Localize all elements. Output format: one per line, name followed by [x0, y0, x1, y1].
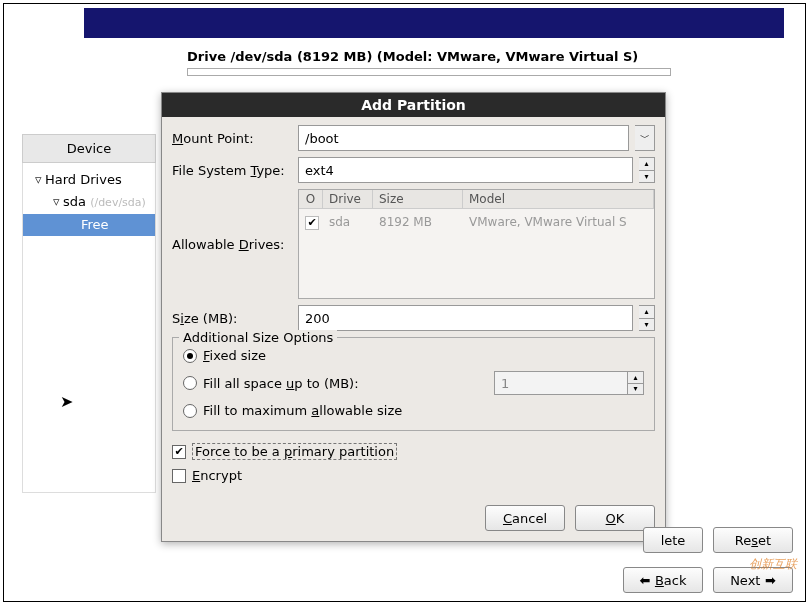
- additional-size-options: Additional Size Options Fixed size Fill …: [172, 337, 655, 431]
- fs-type-spin[interactable]: ▴▾: [639, 157, 655, 183]
- radio-icon: [183, 349, 197, 363]
- drive-row-checkbox[interactable]: [305, 216, 319, 230]
- back-button[interactable]: ⬅ Back: [623, 567, 703, 593]
- mount-point-label: Mount Point:: [172, 131, 292, 146]
- col-size: Size: [373, 190, 463, 208]
- tree-hard-drives[interactable]: ▿Hard Drives: [23, 169, 155, 191]
- size-spin[interactable]: ▴▾: [639, 305, 655, 331]
- dialog-title: Add Partition: [162, 93, 665, 117]
- drive-row[interactable]: sda 8192 MB VMware, VMware Virtual S: [299, 209, 654, 236]
- size-input[interactable]: 200: [298, 305, 633, 331]
- checkbox-icon: [172, 445, 186, 459]
- drive-summary-label: Drive /dev/sda (8192 MB) (Model: VMware,…: [187, 49, 794, 64]
- title-bar: [84, 8, 784, 38]
- reset-button[interactable]: Reset: [713, 527, 793, 553]
- add-partition-dialog: Add Partition Mount Point: /boot ﹀ File …: [161, 92, 666, 542]
- radio-icon: [183, 376, 197, 390]
- radio-icon: [183, 404, 197, 418]
- device-tree: Device ▿Hard Drives ▿sda (/dev/sda) Free: [22, 134, 156, 493]
- expand-arrow-icon: ▿: [35, 171, 45, 189]
- encrypt-checkbox[interactable]: Encrypt: [172, 464, 655, 487]
- watermark: 创新互联: [749, 556, 797, 573]
- allowable-drives-label: Allowable Drives:: [172, 237, 292, 252]
- size-label: Size (MB):: [172, 311, 292, 326]
- tree-free-space[interactable]: Free: [23, 214, 155, 236]
- col-check: O: [299, 190, 323, 208]
- fill-max-option[interactable]: Fill to maximum allowable size: [183, 399, 644, 422]
- allowable-drives-table[interactable]: O Drive Size Model sda 8192 MB VMware, V…: [298, 189, 655, 299]
- tree-sda[interactable]: ▿sda (/dev/sda): [23, 191, 155, 214]
- mount-point-dropdown-button[interactable]: ﹀: [635, 125, 655, 151]
- cancel-button[interactable]: Cancel: [485, 505, 565, 531]
- delete-button[interactable]: lete: [643, 527, 703, 553]
- drive-usage-bar: [187, 68, 671, 76]
- fill-up-to-option[interactable]: Fill all space up to (MB): 1 ▴▾: [183, 367, 644, 399]
- mount-point-input[interactable]: /boot: [298, 125, 629, 151]
- col-model: Model: [463, 190, 654, 208]
- col-drive: Drive: [323, 190, 373, 208]
- arrow-right-icon: ➡: [760, 573, 775, 588]
- chevron-down-icon: ﹀: [640, 131, 650, 145]
- force-primary-checkbox[interactable]: Force to be a primary partition: [172, 439, 655, 464]
- expand-arrow-icon: ▿: [53, 193, 63, 211]
- fs-type-label: File System Type:: [172, 163, 292, 178]
- checkbox-icon: [172, 469, 186, 483]
- arrow-left-icon: ⬅: [640, 573, 655, 588]
- fs-type-select[interactable]: ext4: [298, 157, 633, 183]
- additional-size-legend: Additional Size Options: [179, 330, 337, 345]
- fill-up-spin: ▴▾: [628, 371, 644, 395]
- fixed-size-option[interactable]: Fixed size: [183, 344, 644, 367]
- device-column-header[interactable]: Device: [22, 134, 156, 163]
- fill-up-to-input: 1: [494, 371, 628, 395]
